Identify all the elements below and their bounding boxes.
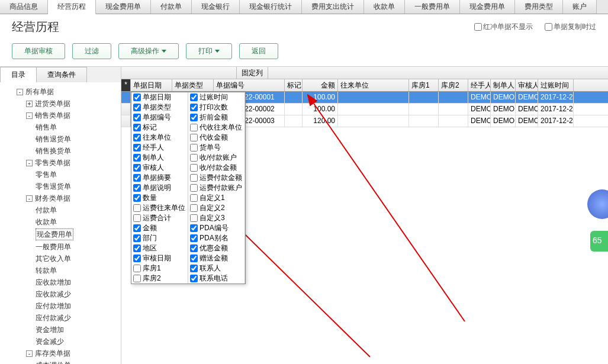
column-picker-item[interactable]: 优惠金额 [188,243,245,253]
column-toggle-checkbox[interactable] [190,265,198,272]
column-toggle-checkbox[interactable] [133,265,141,272]
column-toggle-checkbox[interactable] [133,114,141,121]
column-toggle-checkbox[interactable] [190,184,198,192]
column-toggle-checkbox[interactable] [133,214,141,222]
column-picker-item[interactable]: 运费付款账户 [188,183,245,193]
tab-catalog[interactable]: 目录 [0,67,37,82]
column-picker-item[interactable]: 运费合计 [131,213,188,223]
column-picker-item[interactable]: 自定义1 [188,193,245,203]
tree-node[interactable]: 应收款增加 [2,276,118,288]
column-toggle-checkbox[interactable] [190,174,198,182]
back-button[interactable]: 返回 [239,43,278,59]
column-picker-item[interactable]: 制单人 [131,153,188,163]
column-toggle-checkbox[interactable] [133,255,141,262]
column-toggle-checkbox[interactable] [190,134,198,141]
column-toggle-checkbox[interactable] [190,144,198,152]
column-picker-item[interactable]: 单据类型 [131,102,188,112]
column-toggle-checkbox[interactable] [133,234,141,242]
top-tab[interactable]: 现金费用单 [96,0,151,14]
column-toggle-checkbox[interactable] [190,164,198,172]
column-toggle-checkbox[interactable] [133,94,141,101]
tree-node[interactable]: 资金增加 [2,324,118,336]
column-toggle-checkbox[interactable] [133,275,141,282]
expander-icon[interactable]: - [17,89,23,95]
column-header[interactable]: 经手人 [468,79,491,91]
column-toggle-checkbox[interactable] [133,224,141,232]
column-picker-item[interactable]: 单据编号 [131,112,188,123]
tree-node[interactable]: 应付款减少 [2,312,118,324]
tree-node[interactable]: 销售单 [2,121,118,133]
column-toggle-checkbox[interactable] [133,244,141,252]
top-tab[interactable]: 付款单 [151,0,192,14]
column-header[interactable]: 制单人 [491,79,516,91]
top-tab[interactable]: 经营历程 [48,0,96,14]
tree-node[interactable]: +进货类单据 [2,98,118,109]
column-toggle-checkbox[interactable] [133,174,141,182]
column-header[interactable]: 审核人 [516,79,538,91]
column-header[interactable]: 单据日期 [131,79,172,91]
expander-icon[interactable]: - [26,350,33,357]
column-toggle-checkbox[interactable] [190,255,198,262]
column-toggle-checkbox[interactable] [133,194,141,202]
column-header[interactable]: 金额 [303,79,338,91]
column-toggle-checkbox[interactable] [133,204,141,212]
column-picker-item[interactable]: 自定义2 [188,203,245,213]
hide-red-flush-check[interactable]: 红冲单据不显示 [474,22,533,32]
column-toggle-checkbox[interactable] [190,104,198,111]
column-picker-item[interactable]: 代收往来单位 [188,123,245,133]
tree-node[interactable]: -库存类单据 [2,347,118,359]
top-tab[interactable]: 现金银行 [192,0,240,14]
tree-node[interactable]: 销售换货单 [2,145,118,157]
column-picker-item[interactable]: 金额 [131,223,188,233]
column-header[interactable]: 过账时间 [538,79,574,91]
column-toggle-checkbox[interactable] [190,224,198,232]
column-picker-item[interactable]: 往来单位 [131,133,188,143]
tree-node[interactable]: 一般费用单 [2,241,118,253]
copy-filter-check[interactable]: 单据复制时过 [545,22,596,32]
column-picker-item[interactable]: 审核日期 [131,253,188,263]
column-picker-item[interactable]: 单据摘要 [131,173,188,183]
tab-query[interactable]: 查询条件 [36,67,87,82]
column-picker-item[interactable]: 收/付款金额 [188,163,245,173]
tree-node[interactable]: 零售退货单 [2,181,118,192]
tree-node[interactable]: 成本调价单 [2,359,118,364]
top-tab[interactable]: 账户 [563,0,597,14]
top-tab[interactable]: 一般费用单 [405,0,460,14]
column-picker-item[interactable]: 代收金额 [188,133,245,143]
column-header[interactable]: 标记 [285,79,303,91]
column-toggle-checkbox[interactable] [133,134,141,141]
column-picker-item[interactable]: 审核人 [131,163,188,173]
column-toggle-checkbox[interactable] [190,204,198,212]
column-header[interactable]: 单据编号 [214,79,285,91]
tree-node[interactable]: 付款单 [2,204,118,216]
column-picker-item[interactable]: 自定义3 [188,213,245,223]
filter-button[interactable]: 过滤 [72,43,111,59]
column-picker-item[interactable]: 运费往来单位 [131,203,188,213]
column-header[interactable]: 库房1 [409,79,439,91]
column-picker-item[interactable]: 折前金额 [188,112,245,123]
column-header[interactable]: 单据类型 [172,79,214,91]
tree-node[interactable]: 收款单 [2,216,118,228]
expander-icon[interactable]: - [26,195,33,202]
column-toggle-checkbox[interactable] [133,184,141,192]
tree-node[interactable]: 应收款减少 [2,288,118,300]
column-picker-item[interactable]: 地区 [131,243,188,253]
expander-icon[interactable]: - [26,160,33,166]
column-picker-item[interactable]: 货单号 [188,143,245,153]
column-toggle-checkbox[interactable] [190,214,198,222]
tree-node[interactable]: -销售类单据 [2,109,118,121]
column-toggle-checkbox[interactable] [133,164,141,172]
tree-node[interactable]: 零售单 [2,169,118,181]
column-picker-item[interactable]: 标记 [131,123,188,133]
top-tab[interactable]: 现金银行统计 [240,0,302,14]
expander-icon[interactable]: - [26,112,33,119]
column-picker-item[interactable]: 打印次数 [188,102,245,112]
column-picker-item[interactable]: 联系电话 [188,273,245,284]
tree-node[interactable]: -所有单据 [2,86,118,98]
tree-node[interactable]: 销售退货单 [2,133,118,145]
top-tab[interactable]: 费用类型 [515,0,563,14]
column-picker-item[interactable]: 赠送金额 [188,253,245,263]
column-header[interactable]: 往来单位 [338,79,409,91]
tree-node[interactable]: 应付款增加 [2,300,118,312]
row-header-corner[interactable]: * [121,79,131,91]
